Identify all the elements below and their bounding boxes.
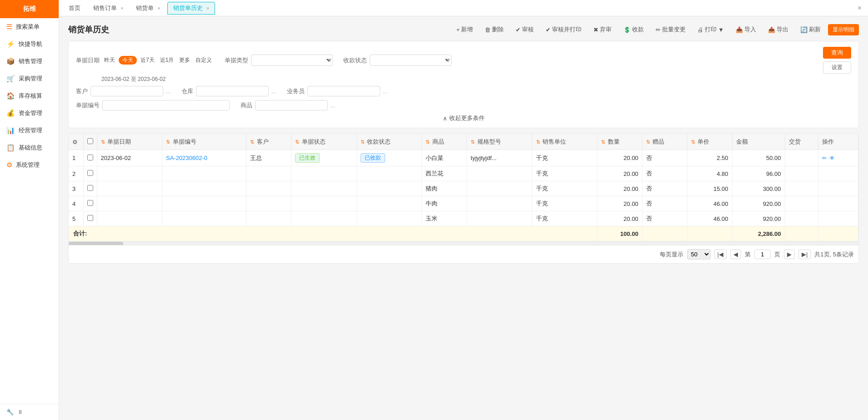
audit-button[interactable]: ✔ 审核 xyxy=(511,24,538,35)
tab-home[interactable]: 首页 xyxy=(63,2,86,15)
sidebar-item-sys-mgmt[interactable]: ⚙ 系统管理 xyxy=(0,156,59,174)
row-checkbox[interactable] xyxy=(87,155,93,160)
row-action[interactable] xyxy=(818,181,858,196)
date-1month[interactable]: 近1月 xyxy=(158,56,176,65)
view-action[interactable]: 👁 xyxy=(829,155,835,161)
row-checkbox[interactable] xyxy=(87,200,93,206)
price-header[interactable]: ⇅ 单价 xyxy=(687,134,732,150)
doc-date-header[interactable]: ⇅ 单据日期 xyxy=(97,134,162,150)
sidebar-item-sales-mgmt[interactable]: 📦 销售管理 xyxy=(0,53,59,70)
sidebar-tool-icon[interactable]: 🔧 xyxy=(6,409,14,415)
row-qty: 20.00 xyxy=(597,181,642,196)
gift-header[interactable]: ⇅ 赠品 xyxy=(642,134,687,150)
row-doc-no[interactable] xyxy=(162,211,246,226)
sidebar-item-quick-nav[interactable]: ⚡ 快捷导航 xyxy=(0,35,59,53)
delete-button[interactable]: 🗑 删除 xyxy=(480,24,508,35)
collect-button[interactable]: 💲 收款 xyxy=(619,24,648,35)
new-button[interactable]: + 新增 xyxy=(452,24,478,35)
page-last-button[interactable]: ▶| xyxy=(798,250,811,259)
setup-button[interactable]: 设置 xyxy=(823,61,851,74)
unit-header[interactable]: ⇅ 销售单位 xyxy=(532,134,597,150)
date-yesterday[interactable]: 昨天 xyxy=(102,56,117,65)
select-all-checkbox[interactable] xyxy=(87,138,93,144)
row-doc-date: 2023-06-02 xyxy=(97,150,162,166)
sidebar-pause-icon[interactable]: ⏸ xyxy=(17,409,23,415)
staff-ellipsis[interactable]: ... xyxy=(383,88,387,95)
import-button[interactable]: 📥 导入 xyxy=(731,24,761,35)
row-doc-no[interactable] xyxy=(162,166,246,181)
sidebar-item-inventory[interactable]: 🏠 库存核算 xyxy=(0,87,59,105)
date-more[interactable]: 更多 xyxy=(177,56,192,65)
date-today[interactable]: 今天 xyxy=(119,56,137,65)
row-checkbox[interactable] xyxy=(87,185,93,191)
column-settings-icon[interactable]: ⚙ xyxy=(72,139,78,145)
page-first-button[interactable]: |◀ xyxy=(714,250,727,259)
row-action[interactable] xyxy=(818,166,858,181)
date-custom[interactable]: 自定义 xyxy=(194,56,214,65)
print-button[interactable]: 🖨 打印 ▼ xyxy=(693,24,728,35)
tab-sales-order-close[interactable]: × xyxy=(120,5,123,11)
doc-type-select[interactable] xyxy=(251,55,333,66)
goods-input[interactable] xyxy=(255,100,328,110)
sidebar-item-label: 系统管理 xyxy=(16,161,40,169)
query-button[interactable]: 查询 xyxy=(823,47,851,59)
row-action[interactable] xyxy=(818,211,858,226)
page-number-input[interactable] xyxy=(754,250,771,259)
row-action[interactable]: ✏👁 xyxy=(818,150,858,166)
collapse-button[interactable]: ∧ 收起更多条件 xyxy=(76,114,851,122)
pay-status-header[interactable]: ⇅ 收款状态 xyxy=(356,134,421,150)
tab-sales-history-close[interactable]: × xyxy=(206,5,209,11)
price-sort-icon: ⇅ xyxy=(691,139,695,145)
page-prev-button[interactable]: ◀ xyxy=(730,250,741,259)
horizontal-scrollbar[interactable] xyxy=(69,241,858,245)
row-doc-no[interactable] xyxy=(162,196,246,211)
sidebar-item-ops-mgmt[interactable]: 📊 经营管理 xyxy=(0,122,59,139)
date-7days[interactable]: 近7天 xyxy=(139,56,156,65)
refresh-button[interactable]: 🔄 刷新 xyxy=(796,24,825,35)
sidebar-item-search-menu[interactable]: ☰ 搜索菜单 xyxy=(0,18,59,35)
tab-bar: 首页 销售订单 × 销货单 × 销货单历史 × × xyxy=(59,0,868,16)
qty-header[interactable]: ⇅ 数量 xyxy=(597,134,642,150)
tab-sales-order[interactable]: 销售订单 × xyxy=(87,2,129,15)
sidebar-item-base-info[interactable]: 📋 基础信息 xyxy=(0,139,59,156)
spec-header[interactable]: ⇅ 规格型号 xyxy=(467,134,532,150)
goods-header[interactable]: ⇅ 商品 xyxy=(422,134,467,150)
doc-no-input[interactable] xyxy=(102,100,230,110)
settings-col-header: ⚙ xyxy=(69,134,83,150)
row-checkbox[interactable] xyxy=(87,215,93,221)
row-action[interactable] xyxy=(818,196,858,211)
per-page-select[interactable]: 50 100 200 xyxy=(687,249,711,260)
customer-input[interactable] xyxy=(90,86,163,96)
row-doc-no[interactable] xyxy=(162,181,246,196)
sidebar-item-label: 采购管理 xyxy=(19,75,42,83)
customer-header[interactable]: ⇅ 客户 xyxy=(246,134,291,150)
sidebar-item-purchase-mgmt[interactable]: 🛒 采购管理 xyxy=(0,70,59,87)
customer-filter: 客户 ... xyxy=(76,86,171,96)
payment-status-select[interactable] xyxy=(370,55,452,66)
goods-ellipsis[interactable]: ... xyxy=(331,102,335,109)
sidebar-item-finance[interactable]: 💰 资金管理 xyxy=(0,105,59,122)
export-button[interactable]: 📤 导出 xyxy=(763,24,793,35)
doc-no-link[interactable]: SA-20230602-0 xyxy=(166,155,207,161)
row-pay-status: 已收款 xyxy=(356,150,421,166)
customer-ellipsis[interactable]: ... xyxy=(166,88,171,95)
row-checkbox[interactable] xyxy=(87,170,93,176)
tab-sales-goods-close[interactable]: × xyxy=(157,5,160,11)
page-next-button[interactable]: ▶ xyxy=(784,250,795,259)
audit-print-button[interactable]: ✔ 审核并打印 xyxy=(541,24,586,35)
doc-status-header[interactable]: ⇅ 单据状态 xyxy=(291,134,356,150)
tab-close-all[interactable]: × xyxy=(855,4,864,12)
doc-type-label: 单据类型 xyxy=(225,56,248,65)
abandon-button[interactable]: ✖ 弃审 xyxy=(589,24,616,35)
doc-no-header[interactable]: ⇅ 单据编号 xyxy=(162,134,246,150)
row-doc-no[interactable]: SA-20230602-0 xyxy=(162,150,246,166)
display-detail-button[interactable]: 显示明细 xyxy=(828,24,859,35)
staff-input[interactable] xyxy=(307,86,380,96)
edit-action[interactable]: ✏ xyxy=(822,155,827,161)
warehouse-input[interactable] xyxy=(196,86,269,96)
warehouse-ellipsis[interactable]: ... xyxy=(271,88,276,95)
tab-sales-goods[interactable]: 销货单 × xyxy=(130,2,166,15)
batch-change-button[interactable]: ✏ 批量变更 xyxy=(651,24,690,35)
tab-sales-history[interactable]: 销货单历史 × xyxy=(167,2,215,15)
row-trade xyxy=(785,211,818,226)
